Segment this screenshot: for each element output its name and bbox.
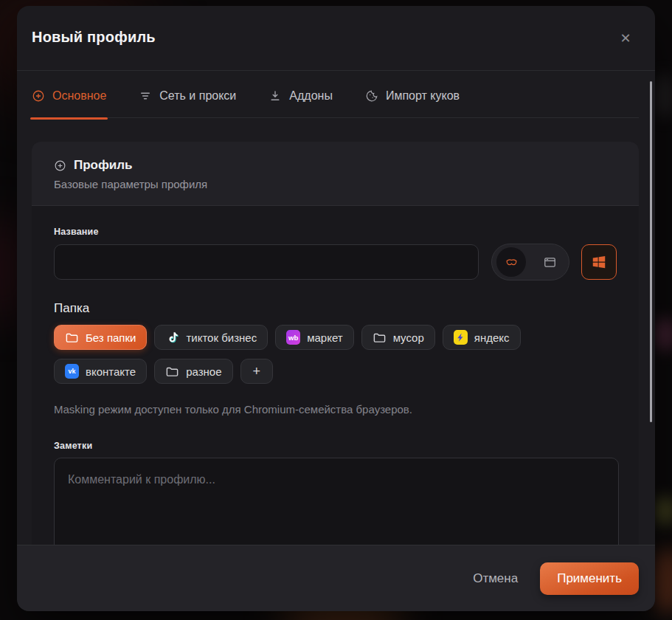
notes-textarea[interactable] (54, 458, 619, 545)
os-selector-button[interactable] (581, 244, 617, 280)
scrollbar-thumb[interactable] (650, 81, 652, 422)
name-row (54, 244, 617, 280)
cancel-button[interactable]: Отмена (473, 571, 518, 586)
notes-label: Заметки (54, 441, 617, 451)
tab-label: Аддоны (289, 89, 333, 103)
folder-chip-label: маркет (307, 331, 342, 344)
backdrop-glow (654, 74, 672, 118)
folder-chip[interactable]: Без папки (54, 325, 147, 350)
folder-chip-label: Без папки (86, 331, 136, 344)
backdrop-glow (654, 317, 672, 351)
tab-label: Импорт куков (386, 89, 460, 103)
backdrop-glow (652, 548, 672, 614)
vk-badge-icon: vk (65, 365, 79, 379)
folder-label: Папка (54, 301, 617, 316)
folder-chip-label: мусор (393, 331, 424, 344)
plus-icon: + (253, 364, 261, 379)
close-icon: ✕ (620, 30, 631, 46)
folder-chip-label: яндекс (474, 331, 510, 344)
name-label: Название (54, 227, 617, 237)
modal-body: ОсновноеСеть и проксиАддоныИмпорт куков … (17, 72, 655, 545)
tab-label: Сеть и прокси (159, 89, 236, 103)
folder-chip[interactable]: vkвконтакте (54, 359, 147, 384)
browser-window-icon (543, 255, 557, 269)
folder-chip[interactable]: wbмаркет (275, 325, 353, 350)
screen: Новый профиль ✕ ОсновноеСеть и проксиАдд… (0, 0, 672, 620)
download-icon (269, 89, 282, 103)
folder-chip-label: разное (186, 365, 221, 378)
folder-icon (373, 331, 387, 345)
profile-card: Профиль Базовые параметры профиля Назван… (32, 142, 639, 545)
modal-title: Новый профиль (32, 29, 156, 46)
folder-icon (65, 331, 79, 345)
folder-icon (165, 365, 179, 379)
browser-toggle[interactable] (491, 244, 569, 280)
windows-logo-icon (591, 254, 607, 270)
close-button[interactable]: ✕ (615, 28, 636, 49)
circle-plus-icon (54, 159, 66, 172)
tab-filter[interactable]: Сеть и прокси (139, 89, 236, 103)
card-title: Профиль (74, 158, 133, 173)
add-folder-button[interactable]: + (240, 359, 274, 384)
masking-note: Masking режим доступен только для Chromi… (54, 403, 617, 416)
apply-button[interactable]: Применить (540, 562, 639, 595)
anty-browser-option[interactable] (496, 247, 526, 277)
folder-chip-label: тикток бизнес (186, 331, 257, 344)
anty-mask-icon (505, 256, 518, 269)
modal-header: Новый профиль ✕ (17, 6, 655, 71)
folder-chip[interactable]: яндекс (443, 325, 521, 350)
browser-window-option[interactable] (535, 247, 564, 277)
folder-chip[interactable]: мусор (361, 325, 435, 350)
circle-plus-icon (32, 89, 45, 103)
profile-card-header: Профиль Базовые параметры профиля (32, 142, 639, 206)
backdrop-glow (654, 496, 672, 526)
folder-chip[interactable]: тикток бизнес (154, 325, 268, 350)
wb-badge-icon: wb (286, 331, 300, 345)
card-subtitle: Базовые параметры профиля (54, 178, 617, 190)
folder-chip[interactable]: разное (154, 359, 232, 384)
modal-footer: Отмена Применить (17, 545, 655, 611)
folder-chip-list: Без папкитикток бизнесwbмаркетмусоряндек… (54, 325, 617, 384)
tiktok-icon (165, 331, 179, 345)
tab-cookie[interactable]: Импорт куков (365, 89, 460, 103)
new-profile-modal: Новый профиль ✕ ОсновноеСеть и проксиАдд… (17, 6, 655, 611)
folder-chip-label: вконтакте (86, 365, 136, 378)
tab-circle-plus[interactable]: Основное (32, 89, 106, 103)
tab-download[interactable]: Аддоны (269, 89, 333, 103)
profile-card-body: Название (32, 206, 639, 545)
cookie-icon (365, 89, 378, 103)
yandex-badge-icon (454, 331, 468, 345)
tab-label: Основное (52, 89, 106, 103)
filter-icon (139, 89, 152, 103)
tab-bar: ОсновноеСеть и проксиАддоныИмпорт куков (32, 89, 639, 118)
profile-name-input[interactable] (54, 244, 479, 280)
